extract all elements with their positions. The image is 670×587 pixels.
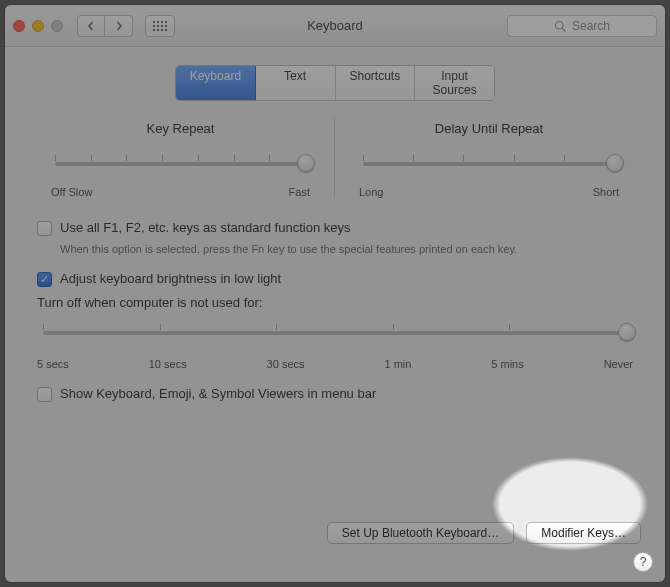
fn-keys-label: Use all F1, F2, etc. keys as standard fu… xyxy=(60,220,350,235)
brightness-row[interactable]: ✓ Adjust keyboard brightness in low ligh… xyxy=(37,271,633,287)
tab-shortcuts[interactable]: Shortcuts xyxy=(336,66,416,100)
nav-buttons xyxy=(77,15,133,37)
footer-buttons: Set Up Bluetooth Keyboard… Modifier Keys… xyxy=(5,522,665,544)
key-repeat-section: Key Repeat Off Slow Fast xyxy=(27,117,335,198)
turn-off-stop-4: 5 mins xyxy=(491,358,523,370)
repeat-settings: Key Repeat Off Slow Fast Delay Until Rep… xyxy=(27,117,643,198)
titlebar: Keyboard Search xyxy=(5,5,665,47)
fn-keys-hint: When this option is selected, press the … xyxy=(60,242,633,257)
window-controls xyxy=(13,20,63,32)
key-repeat-right-label: Fast xyxy=(289,186,310,198)
search-input[interactable]: Search xyxy=(507,15,657,37)
key-repeat-slider[interactable] xyxy=(55,152,306,184)
show-all-button[interactable] xyxy=(145,15,175,37)
delay-repeat-left-label: Long xyxy=(359,186,383,198)
delay-repeat-heading: Delay Until Repeat xyxy=(345,121,633,136)
turn-off-stop-1: 10 secs xyxy=(149,358,187,370)
delay-repeat-right-label: Short xyxy=(593,186,619,198)
svg-point-0 xyxy=(555,21,563,29)
delay-repeat-slider[interactable] xyxy=(363,152,615,184)
tab-keyboard[interactable]: Keyboard xyxy=(176,66,256,100)
delay-repeat-section: Delay Until Repeat Long Short xyxy=(335,117,643,198)
key-repeat-heading: Key Repeat xyxy=(37,121,324,136)
zoom-icon xyxy=(51,20,63,32)
turn-off-stop-5: Never xyxy=(604,358,633,370)
turn-off-stop-3: 1 min xyxy=(384,358,411,370)
brightness-label: Adjust keyboard brightness in low light xyxy=(60,271,281,286)
minimize-icon[interactable] xyxy=(32,20,44,32)
turn-off-stop-2: 30 secs xyxy=(267,358,305,370)
search-icon xyxy=(554,20,566,32)
forward-button[interactable] xyxy=(105,15,133,37)
search-placeholder: Search xyxy=(572,19,610,33)
fn-keys-row[interactable]: Use all F1, F2, etc. keys as standard fu… xyxy=(37,220,633,236)
window-title: Keyboard xyxy=(307,18,363,33)
turn-off-stop-0: 5 secs xyxy=(37,358,69,370)
grid-icon xyxy=(153,21,167,31)
brightness-checkbox[interactable]: ✓ xyxy=(37,272,52,287)
tab-text[interactable]: Text xyxy=(256,66,336,100)
back-button[interactable] xyxy=(77,15,105,37)
svg-line-1 xyxy=(562,28,565,31)
fn-keys-checkbox[interactable] xyxy=(37,221,52,236)
close-icon[interactable] xyxy=(13,20,25,32)
help-button[interactable]: ? xyxy=(633,552,653,572)
key-repeat-left-label: Off Slow xyxy=(51,186,92,198)
content-area: Keyboard Text Shortcuts Input Sources Ke… xyxy=(5,47,665,402)
modifier-keys-button[interactable]: Modifier Keys… xyxy=(526,522,641,544)
tab-bar: Keyboard Text Shortcuts Input Sources xyxy=(175,65,495,101)
setup-bluetooth-button[interactable]: Set Up Bluetooth Keyboard… xyxy=(327,522,514,544)
turn-off-label: Turn off when computer is not used for: xyxy=(37,295,633,310)
preferences-window: Keyboard Search Keyboard Text Shortcuts … xyxy=(5,5,665,582)
menubar-label: Show Keyboard, Emoji, & Symbol Viewers i… xyxy=(60,386,376,401)
tab-input-sources[interactable]: Input Sources xyxy=(415,66,494,100)
menubar-row[interactable]: Show Keyboard, Emoji, & Symbol Viewers i… xyxy=(37,386,633,402)
menubar-checkbox[interactable] xyxy=(37,387,52,402)
turn-off-slider[interactable] xyxy=(43,320,627,354)
